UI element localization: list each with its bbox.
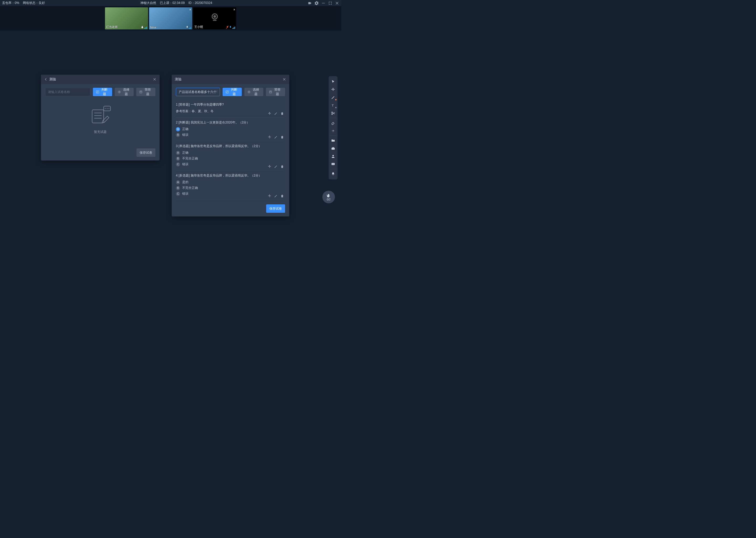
option-badge: A — [176, 180, 180, 185]
video-name-label: 王小明 — [194, 25, 203, 29]
question-option[interactable]: A是的 — [176, 180, 284, 185]
edit-icon[interactable] — [274, 194, 278, 198]
close-icon[interactable] — [335, 1, 339, 5]
folder-tool-icon[interactable] — [329, 136, 338, 144]
user-tool-icon[interactable] — [329, 152, 338, 160]
text-tool-icon[interactable]: T — [329, 101, 338, 109]
svg-point-30 — [332, 112, 333, 113]
svg-rect-2 — [187, 26, 187, 28]
question-actions — [268, 112, 284, 115]
delete-icon[interactable] — [280, 135, 284, 139]
question-actions — [268, 135, 284, 139]
move-icon[interactable] — [268, 135, 271, 139]
video-close-icon[interactable]: × — [189, 8, 191, 12]
svg-rect-15 — [92, 110, 104, 123]
video-tile-camera-off[interactable]: × 王小明 — [193, 7, 236, 29]
question-block: 3 [单选题] 施华洛世奇是反华品牌，所以梁鼎琪反华。（2分）A正确B不完全正确… — [176, 141, 284, 171]
quiz-name-input[interactable] — [176, 88, 220, 96]
mic-icon — [229, 26, 232, 29]
close-icon[interactable] — [153, 78, 157, 81]
network-status: 网络状态：良好 — [23, 1, 45, 5]
edit-icon[interactable] — [274, 135, 278, 139]
camera-toggle-icon[interactable] — [307, 1, 312, 5]
camera-off-icon — [210, 12, 220, 23]
video-tile[interactable]: × Nina — [149, 7, 192, 29]
mic-icon — [186, 26, 188, 29]
course-name: 神秘大自然 — [140, 1, 156, 5]
quiz-panel-list: 测验 判断题 选择题 简答题 1 [简答题] 一年四季分别是哪四季?参考答案：春… — [172, 75, 289, 216]
toolbox-tool-icon[interactable] — [329, 144, 338, 152]
fullscreen-icon[interactable] — [328, 1, 332, 5]
minimize-icon[interactable] — [321, 1, 325, 5]
panel-title: 测验 — [175, 77, 282, 82]
delete-icon[interactable] — [280, 112, 284, 115]
brightness-tool-icon[interactable] — [329, 127, 338, 135]
pointer-tool-icon[interactable] — [329, 78, 338, 86]
add-choice-button[interactable]: 选择题 — [115, 88, 134, 96]
video-name-label: Nina — [150, 26, 156, 29]
svg-point-21 — [107, 108, 108, 109]
question-option[interactable]: A正确 — [176, 150, 284, 155]
svg-text:T: T — [332, 103, 334, 107]
room-id: ID：2020070324 — [188, 1, 213, 5]
add-judge-button[interactable]: 判断题 — [223, 88, 242, 96]
delete-icon[interactable] — [280, 194, 284, 198]
settings-icon[interactable] — [314, 1, 319, 5]
question-actions — [268, 194, 284, 198]
side-toolbar: T — [329, 76, 338, 180]
save-quiz-button[interactable]: 保存试卷 — [266, 204, 285, 213]
edit-icon[interactable] — [274, 112, 278, 115]
bell-tool-icon[interactable] — [329, 170, 338, 178]
chat-tool-icon[interactable] — [329, 160, 338, 168]
svg-point-25 — [249, 92, 249, 92]
move-icon[interactable] — [268, 112, 271, 115]
pen-tool-icon[interactable] — [329, 93, 338, 101]
svg-point-20 — [105, 108, 106, 109]
add-short-button[interactable]: 简答题 — [136, 88, 155, 96]
svg-point-22 — [109, 108, 110, 109]
move-icon[interactable] — [268, 194, 271, 198]
svg-rect-5 — [213, 20, 216, 21]
hand-icon — [326, 193, 331, 198]
move-tool-icon[interactable] — [329, 86, 338, 93]
question-option[interactable]: A正确 — [176, 127, 284, 131]
question-actions — [268, 165, 284, 168]
eraser-tool-icon[interactable] — [329, 119, 338, 127]
raise-hand-button[interactable]: 0/2 — [322, 191, 335, 203]
move-icon[interactable] — [268, 165, 271, 168]
svg-point-42 — [333, 164, 333, 164]
video-tile-host[interactable]: 叮当老师 — [105, 7, 148, 29]
video-name-label: 叮当老师 — [106, 25, 118, 29]
question-option[interactable]: B不完全正确 — [176, 156, 284, 161]
question-title: 2 [判断题] 我国宪法上一次更新是在2020年。（2分） — [176, 120, 284, 125]
option-badge: A — [176, 151, 180, 155]
question-block: 4 [多选题] 施华洛世奇是反华品牌，所以梁鼎琪反华。（2分）A是的B不完全正确… — [176, 171, 284, 200]
option-badge: C — [176, 192, 180, 196]
add-choice-button[interactable]: 选择题 — [244, 88, 263, 96]
close-icon[interactable] — [282, 78, 286, 81]
option-badge: A — [176, 127, 180, 131]
add-short-button[interactable]: 简答题 — [266, 88, 285, 96]
back-icon[interactable] — [44, 78, 48, 81]
svg-point-43 — [334, 164, 334, 164]
svg-rect-0 — [322, 3, 325, 3]
svg-rect-8 — [230, 26, 231, 28]
svg-rect-37 — [332, 148, 335, 149]
svg-point-39 — [332, 155, 334, 156]
save-quiz-button[interactable]: 保存试卷 — [136, 148, 155, 157]
edit-icon[interactable] — [274, 165, 278, 168]
packet-loss: 丢包率：0% — [2, 1, 19, 5]
hand-count-label: 0/2 — [327, 198, 330, 201]
scissors-tool-icon[interactable] — [329, 109, 338, 117]
svg-point-31 — [332, 114, 333, 115]
question-list: 1 [简答题] 一年四季分别是哪四季?参考答案：春、夏、秋、冬 2 [判断题] … — [176, 100, 285, 200]
svg-point-11 — [119, 92, 120, 92]
quiz-name-input[interactable] — [45, 88, 90, 96]
option-badge: C — [176, 162, 180, 167]
question-option[interactable]: B不完全正确 — [176, 186, 284, 190]
video-close-icon[interactable]: × — [233, 8, 235, 12]
add-judge-button[interactable]: 判断题 — [93, 88, 112, 96]
topbar: 丢包率：0% 网络状态：良好 神秘大自然 已上课：02:34:09 ID：202… — [0, 0, 341, 6]
signal-icon — [144, 27, 147, 29]
delete-icon[interactable] — [280, 165, 284, 168]
